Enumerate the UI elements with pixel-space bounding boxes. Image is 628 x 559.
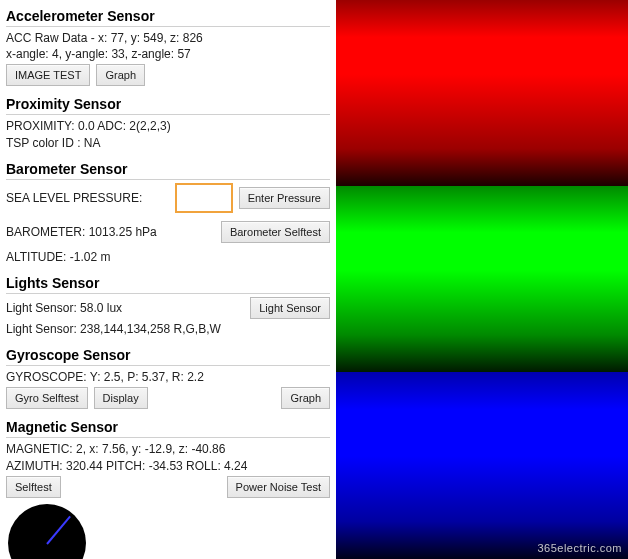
accelerometer-section: Accelerometer Sensor ACC Raw Data - x: 7… [6, 4, 330, 86]
red-band [336, 0, 628, 186]
gyroscope-title: Gyroscope Sensor [6, 343, 330, 366]
compass-needle [46, 515, 71, 544]
gyroscope-reading: GYROSCOPE: Y: 2.5, P: 5.37, R: 2.2 [6, 369, 330, 385]
watermark: 365electric.com [537, 542, 622, 554]
magnetic-section: Magnetic Sensor MAGNETIC: 2, x: 7.56, y:… [6, 415, 330, 559]
blue-band [336, 372, 628, 559]
power-noise-test-button[interactable]: Power Noise Test [227, 476, 330, 498]
barometer-reading: BAROMETER: 1013.25 hPa [6, 224, 157, 240]
gyro-selftest-button[interactable]: Gyro Selftest [6, 387, 88, 409]
light-sensor-button[interactable]: Light Sensor [250, 297, 330, 319]
magnetic-xyz: MAGNETIC: 2, x: 7.56, y: -12.9, z: -40.8… [6, 441, 330, 457]
accelerometer-title: Accelerometer Sensor [6, 4, 330, 27]
gyroscope-section: Gyroscope Sensor GYROSCOPE: Y: 2.5, P: 5… [6, 343, 330, 409]
image-test-button[interactable]: IMAGE TEST [6, 64, 90, 86]
display-test-panel: 365electric.com [336, 0, 628, 559]
light-lux: Light Sensor: 58.0 lux [6, 300, 122, 316]
enter-pressure-button[interactable]: Enter Pressure [239, 187, 330, 209]
green-band [336, 186, 628, 372]
proximity-section: Proximity Sensor PROXIMITY: 0.0 ADC: 2(2… [6, 92, 330, 150]
barometer-selftest-button[interactable]: Barometer Selftest [221, 221, 330, 243]
altitude-reading: ALTITUDE: -1.02 m [6, 249, 330, 265]
magnetic-selftest-button[interactable]: Selftest [6, 476, 61, 498]
gyro-display-button[interactable]: Display [94, 387, 148, 409]
compass-icon: 3 [8, 504, 86, 559]
proximity-title: Proximity Sensor [6, 92, 330, 115]
sea-level-input[interactable] [175, 183, 233, 213]
light-rgbw: Light Sensor: 238,144,134,258 R,G,B,W [6, 321, 330, 337]
proximity-tsp: TSP color ID : NA [6, 135, 330, 151]
lights-section: Lights Sensor Light Sensor: 58.0 lux Lig… [6, 271, 330, 337]
magnetic-apr: AZIMUTH: 320.44 PITCH: -34.53 ROLL: 4.24 [6, 458, 330, 474]
sensor-panel: Accelerometer Sensor ACC Raw Data - x: 7… [0, 0, 336, 559]
magnetic-title: Magnetic Sensor [6, 415, 330, 438]
sea-level-label: SEA LEVEL PRESSURE: [6, 190, 142, 206]
accelerometer-graph-button[interactable]: Graph [96, 64, 145, 86]
gyro-graph-button[interactable]: Graph [281, 387, 330, 409]
barometer-section: Barometer Sensor SEA LEVEL PRESSURE: Ent… [6, 157, 330, 265]
accelerometer-raw: ACC Raw Data - x: 77, y: 549, z: 826 [6, 30, 330, 46]
proximity-reading: PROXIMITY: 0.0 ADC: 2(2,2,3) [6, 118, 330, 134]
lights-title: Lights Sensor [6, 271, 330, 294]
barometer-title: Barometer Sensor [6, 157, 330, 180]
accelerometer-angle: x-angle: 4, y-angle: 33, z-angle: 57 [6, 46, 330, 62]
